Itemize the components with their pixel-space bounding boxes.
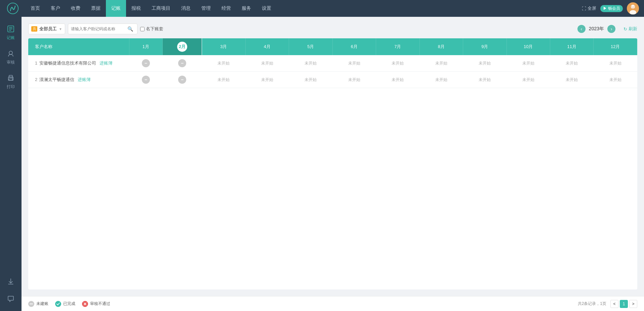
page-1-button[interactable]: 1 [620, 300, 628, 308]
sidebar-label-accounting: 记账 [7, 35, 15, 41]
play-icon: ▶ [603, 6, 607, 11]
status-not-started: 未开始 [479, 77, 491, 82]
nav-home[interactable]: 首页 [25, 0, 45, 17]
status-not-started: 未开始 [261, 61, 273, 66]
logo[interactable] [3, 2, 22, 14]
month-cell-4: 未开始 [245, 55, 289, 72]
sidebar-chat[interactable] [0, 290, 22, 308]
month-cell-8: 未开始 [419, 55, 463, 72]
refresh-button[interactable]: ↻ 刷新 [623, 26, 637, 32]
nav-items: 首页 客户 收费 票据 记账 报税 工商项目 消息 管理 经营 服务 设置 [25, 0, 582, 17]
nav-invoice[interactable]: 票据 [86, 0, 106, 17]
next-page-button[interactable]: > [629, 300, 637, 308]
status-not-started: 未开始 [392, 77, 404, 82]
legend-completed-label: 已完成 [63, 301, 75, 307]
status-not-started: 未开始 [609, 77, 621, 82]
enter-ledger-link[interactable]: 进账簿 [99, 61, 113, 66]
client-cell: 1安徽畅捷通信息技术有限公司进账簿 [28, 55, 129, 72]
main-layout: 记账 审核 打印 [0, 17, 644, 311]
month-cell-4: 未开始 [245, 72, 289, 88]
row-index: 2 [35, 77, 37, 82]
month-cell-2: − [163, 72, 202, 88]
my-accounts-checkbox-label[interactable]: 名下账套 [140, 26, 163, 32]
month-cell-6: 未开始 [332, 55, 376, 72]
status-not-started: 未开始 [261, 77, 273, 82]
vip-badge[interactable]: ▶ 畅会员 [600, 5, 623, 12]
nav-fee[interactable]: 收费 [66, 0, 86, 17]
sidebar-item-accounting[interactable]: 记账 [0, 20, 22, 45]
row-index: 1 [35, 61, 37, 66]
col-header-jul: 7月 [376, 38, 419, 55]
month-cell-3: 未开始 [202, 55, 245, 72]
sidebar-item-print[interactable]: 打印 [0, 69, 22, 94]
status-not-built-icon: − [142, 76, 150, 84]
month-cell-2: − [163, 55, 202, 72]
sidebar: 记账 审核 打印 [0, 17, 22, 311]
status-not-started: 未开始 [348, 61, 360, 66]
sidebar-download[interactable] [0, 273, 22, 290]
col-header-dec: 12月 [594, 38, 637, 55]
svg-point-5 [634, 6, 634, 7]
my-accounts-checkbox[interactable] [140, 27, 145, 31]
fullscreen-icon: ⛶ [582, 6, 586, 11]
status-not-started: 未开始 [217, 61, 230, 66]
nav-customer[interactable]: 客户 [45, 0, 66, 17]
search-input[interactable] [71, 27, 125, 31]
top-nav: 首页 客户 收费 票据 记账 报税 工商项目 消息 管理 经营 服务 设置 ⛶ … [0, 0, 644, 17]
fullscreen-label: 全屏 [588, 5, 596, 11]
svg-point-4 [632, 6, 632, 7]
status-not-started: 未开始 [435, 77, 447, 82]
print-icon [6, 73, 15, 83]
sidebar-item-audit[interactable]: 审核 [0, 45, 22, 69]
nav-operation[interactable]: 经营 [216, 0, 236, 17]
accounting-icon [6, 24, 15, 34]
status-not-started: 未开始 [479, 61, 491, 66]
chat-icon [6, 294, 15, 304]
client-name: 漠澜太平畅捷通信 [39, 77, 74, 82]
legend-not-built-label: 未建账 [36, 301, 48, 307]
month-cell-8: 未开始 [419, 72, 463, 88]
year-display: 2023年 [589, 26, 604, 32]
next-year-button[interactable]: › [607, 25, 615, 33]
nav-settings[interactable]: 设置 [256, 0, 277, 17]
month-cell-10: 未开始 [507, 72, 550, 88]
month-cell-5: 未开始 [289, 72, 332, 88]
month-cell-3: 未开始 [202, 72, 245, 88]
col-header-aug: 8月 [419, 38, 463, 55]
prev-year-button[interactable]: ‹ [577, 25, 586, 33]
nav-accounting[interactable]: 记账 [106, 0, 126, 17]
employee-filter[interactable]: 员 全部员工 ▼ [28, 24, 65, 34]
nav-manage[interactable]: 管理 [196, 0, 216, 17]
nav-right: ⛶ 全屏 ▶ 畅会员 [582, 2, 644, 14]
nav-business[interactable]: 工商项目 [146, 0, 176, 17]
month-cell-1: − [129, 55, 163, 72]
month-cell-9: 未开始 [463, 72, 507, 88]
nav-tax[interactable]: 报税 [126, 0, 146, 17]
status-not-started: 未开始 [392, 61, 404, 66]
content-area: 员 全部员工 ▼ 🔍 名下账套 ‹ 2023年 › [22, 17, 644, 296]
legend-completed: 已完成 [55, 301, 75, 307]
col-header-feb: 2月 [163, 38, 202, 55]
month-cell-10: 未开始 [507, 55, 550, 72]
legend-completed-dot [55, 301, 61, 307]
month-cell-12: 未开始 [594, 55, 637, 72]
col-header-name: 客户名称 [28, 38, 129, 55]
legend-rejected: 审核不通过 [82, 301, 110, 307]
enter-ledger-link[interactable]: 进账簿 [78, 77, 91, 82]
month-cell-7: 未开始 [376, 55, 419, 72]
avatar[interactable] [627, 2, 639, 14]
nav-service[interactable]: 服务 [236, 0, 256, 17]
status-not-built-icon: − [178, 59, 186, 67]
status-not-started: 未开始 [305, 61, 317, 66]
table-row: 1安徽畅捷通信息技术有限公司进账簿−−未开始未开始未开始未开始未开始未开始未开始… [28, 55, 637, 72]
col-header-mar: 3月 [202, 38, 245, 55]
col-header-jan: 1月 [129, 38, 163, 55]
client-cell: 2漠澜太平畅捷通信进账簿 [28, 72, 129, 88]
fullscreen-button[interactable]: ⛶ 全屏 [582, 5, 596, 11]
year-nav: ‹ 2023年 › [577, 25, 615, 33]
search-button[interactable]: 🔍 [126, 26, 134, 32]
prev-page-button[interactable]: < [610, 300, 618, 308]
employee-tag-icon: 员 [31, 26, 37, 32]
sidebar-label-audit: 审核 [7, 60, 15, 65]
nav-message[interactable]: 消息 [176, 0, 196, 17]
